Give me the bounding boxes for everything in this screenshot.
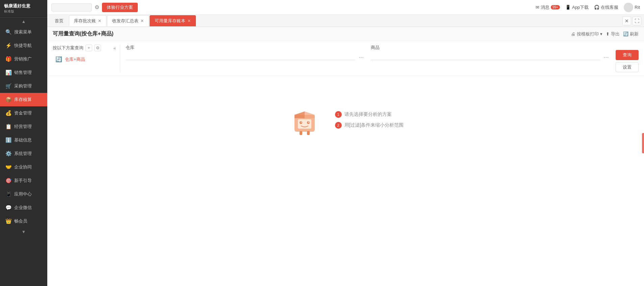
- refresh-button[interactable]: 🔄 刷新: [623, 31, 639, 37]
- tabs-bar: 首页 库存批次账 ✕ 收发存汇总表 ✕ 可用量库存账本 ✕ ✕ ⛶: [47, 15, 644, 27]
- topbar: ⚙ 体验行业方案 ✉ 消息 99+ 📱 App下载 🎧 在线客服 Rit: [47, 0, 644, 15]
- purchase-icon: 🛒: [5, 83, 11, 89]
- sidebar-item-marketing[interactable]: 🎁 营销推广: [0, 52, 47, 66]
- sidebar-item-wechat[interactable]: 💬 企业微信: [0, 201, 47, 214]
- product-input[interactable]: [371, 52, 600, 60]
- warehouse-label: 仓库: [126, 45, 365, 51]
- marketing-icon: 🎁: [5, 56, 11, 62]
- tab-close-btn[interactable]: ✕: [622, 17, 631, 25]
- summary-tab-close[interactable]: ✕: [140, 19, 144, 23]
- operations-icon: 📋: [5, 124, 11, 130]
- batch-tab-close[interactable]: ✕: [98, 19, 101, 23]
- tab-expand-btn[interactable]: ⛶: [633, 17, 641, 25]
- tab-home[interactable]: 首页: [50, 16, 68, 26]
- app-logo: 畅康通好生意 标准版: [0, 0, 47, 18]
- sidebar-item-label: 经营管理: [14, 124, 32, 130]
- message-button[interactable]: ✉ 消息 99+: [536, 4, 560, 10]
- sidebar-item-purchase[interactable]: 🛒 采购管理: [0, 79, 47, 93]
- filter-scheme-header: 按以下方案查询 + ⚙ «: [53, 45, 116, 51]
- sidebar-item-member[interactable]: 👑 畅会员: [0, 214, 47, 228]
- scheme-item-label: 仓库+商品: [65, 56, 85, 62]
- warehouse-input[interactable]: [126, 52, 355, 60]
- empty-state-step2: 2 用[过滤]条件来缩小分析范围: [335, 122, 404, 129]
- sidebar-item-label: 应用中心: [14, 191, 32, 197]
- sidebar-scroll-up[interactable]: ▲: [0, 18, 47, 25]
- sidebar-item-enterprise[interactable]: 🤝 企业协同: [0, 160, 47, 174]
- app-version: 标准版: [4, 9, 43, 14]
- filter-panel: 按以下方案查询 + ⚙ « 🔄 仓库+商品 仓库 …: [47, 41, 644, 76]
- page-content: 可用量查询(按仓库+商品) 🖨 按模板打印 ▾ ⬆ 导出 🔄 刷新: [47, 27, 644, 286]
- member-icon: 👑: [5, 218, 11, 224]
- empty-state-step1: 1 请先选择要分析的方案: [335, 111, 404, 118]
- home-tab-label: 首页: [55, 18, 63, 24]
- sidebar-item-basic[interactable]: ℹ️ 基础信息: [0, 133, 47, 147]
- app-download-button[interactable]: 📱 App下载: [565, 4, 589, 10]
- tab-batch[interactable]: 库存批次账 ✕: [69, 15, 106, 26]
- available-tab-close[interactable]: ✕: [187, 19, 191, 23]
- sidebar-item-label: 资金管理: [14, 110, 32, 116]
- sidebar-item-guide[interactable]: 🎯 新手引导: [0, 174, 47, 187]
- export-label: 导出: [611, 31, 620, 37]
- app-name: 畅康通好生意: [4, 3, 43, 9]
- sidebar-item-label: 营销推广: [14, 56, 32, 62]
- tab-available[interactable]: 可用量库存账本 ✕: [150, 15, 196, 26]
- shortcut-icon: ⚡: [5, 43, 11, 49]
- topbar-gear-icon[interactable]: ⚙: [95, 4, 99, 10]
- svg-rect-7: [307, 131, 310, 135]
- page-header-actions: 🖨 按模板打印 ▾ ⬆ 导出 🔄 刷新: [571, 31, 639, 37]
- sidebar-item-label: 新手引导: [14, 178, 32, 184]
- print-button[interactable]: 🖨 按模板打印 ▾: [571, 31, 602, 37]
- page-title: 可用量查询(按仓库+商品): [53, 30, 568, 37]
- user-name: Rit: [635, 5, 640, 10]
- sidebar-item-search[interactable]: 🔍 搜索菜单: [0, 25, 47, 39]
- sidebar-item-system[interactable]: ⚙️ 系统管理: [0, 147, 47, 160]
- collapse-button[interactable]: «: [113, 46, 116, 51]
- wechat-icon: 💬: [5, 205, 11, 211]
- export-button[interactable]: ⬆ 导出: [606, 31, 620, 37]
- industry-button[interactable]: 体验行业方案: [102, 3, 138, 12]
- settings-scheme-button[interactable]: ⚙: [94, 45, 101, 51]
- sidebar-item-inventory[interactable]: 📦 库存核算: [0, 93, 47, 106]
- guide-icon: 🎯: [5, 178, 11, 184]
- empty-state-content: 1 请先选择要分析的方案 2 用[过滤]条件来缩小分析范围: [288, 103, 404, 137]
- warehouse-filter-group: 仓库 …: [126, 45, 365, 60]
- topbar-search-input[interactable]: [51, 3, 92, 11]
- refresh-label: 刷新: [630, 31, 639, 37]
- empty-state: 1 请先选择要分析的方案 2 用[过滤]条件来缩小分析范围: [47, 76, 644, 164]
- product-more-button[interactable]: …: [602, 52, 610, 60]
- sidebar-scroll-down[interactable]: ▼: [0, 228, 47, 236]
- sidebar-item-sales[interactable]: 📊 销售管理: [0, 66, 47, 79]
- print-icon: 🖨: [571, 31, 575, 36]
- query-button[interactable]: 查询: [616, 50, 639, 60]
- scroll-indicator: [642, 133, 644, 153]
- warehouse-more-button[interactable]: …: [357, 52, 365, 60]
- sidebar: 畅康通好生意 标准版 ▲ 🔍 搜索菜单 ⚡ 快捷导航 🎁 营销推广 📊 销售管理…: [0, 0, 47, 286]
- user-menu[interactable]: Rit: [624, 3, 640, 12]
- appstore-icon: 📱: [5, 191, 11, 197]
- settings-button[interactable]: 设置: [616, 62, 639, 72]
- main-area: ⚙ 体验行业方案 ✉ 消息 99+ 📱 App下载 🎧 在线客服 Rit: [47, 0, 644, 286]
- customer-service-button[interactable]: 🎧 在线客服: [594, 4, 618, 10]
- tab-summary[interactable]: 收发存汇总表 ✕: [107, 15, 149, 26]
- sidebar-item-label: 采购管理: [14, 83, 32, 89]
- sidebar-item-shortcut[interactable]: ⚡ 快捷导航: [0, 39, 47, 52]
- message-label: 消息: [541, 4, 549, 10]
- sidebar-item-finance[interactable]: 💰 资金管理: [0, 106, 47, 120]
- message-badge: 99+: [551, 5, 560, 9]
- export-icon: ⬆: [606, 31, 610, 36]
- sidebar-item-label: 快捷导航: [14, 43, 32, 49]
- inventory-icon: 📦: [5, 97, 11, 103]
- print-dropdown-icon[interactable]: ▾: [600, 31, 602, 36]
- scheme-item-icon: 🔄: [55, 56, 62, 62]
- enterprise-icon: 🤝: [5, 164, 11, 170]
- add-scheme-button[interactable]: +: [85, 45, 92, 51]
- scheme-item[interactable]: 🔄 仓库+商品: [53, 54, 116, 64]
- svg-point-4: [301, 122, 302, 123]
- sidebar-item-appstore[interactable]: 📱 应用中心: [0, 187, 47, 201]
- empty-state-illustration: [288, 103, 321, 137]
- sidebar-item-label: 搜索菜单: [14, 29, 32, 35]
- sidebar-item-operations[interactable]: 📋 经营管理: [0, 120, 47, 133]
- sidebar-item-label: 系统管理: [14, 151, 32, 157]
- sidebar-item-label: 销售管理: [14, 70, 32, 76]
- warehouse-input-row: …: [126, 52, 365, 60]
